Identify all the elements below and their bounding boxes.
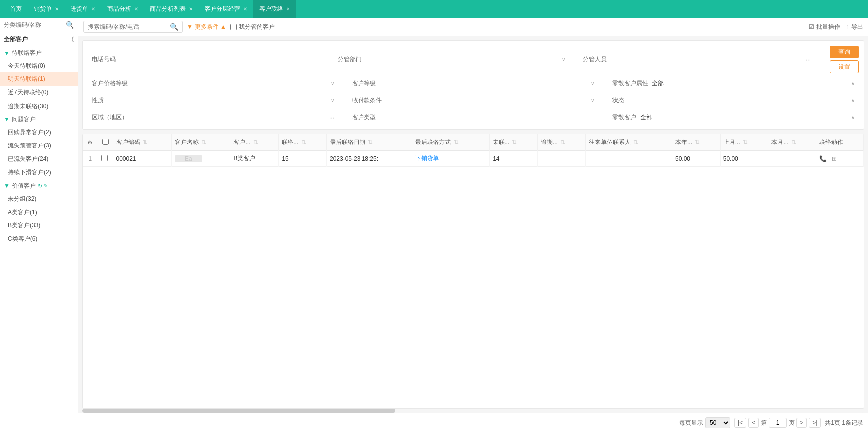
filter-row-2: 客户价格等级 ∨ 客户等级 ∨ 零散客户属性 全部 ∨ <box>88 77 859 90</box>
row-uncontacted: 14 <box>490 151 538 167</box>
sidebar-item-overdue[interactable]: 逾期未联络(30) <box>0 100 78 113</box>
prev-page-button[interactable]: < <box>748 418 759 428</box>
sidebar-item-tomorrow[interactable]: 明天待联络(1) <box>0 72 78 86</box>
pagination-bar: 每页显示 50 10 20 100 |< < 第 页 > >| 共1页 1条记录 <box>78 413 868 432</box>
sidebar-all-customers[interactable]: 全部客户 《 <box>0 32 78 47</box>
batch-op-button[interactable]: ☑ 批量操作 <box>809 23 840 31</box>
nav-customer-tier[interactable]: 客户分层经营 ✕ <box>199 0 253 18</box>
dept-dropdown-icon: ∨ <box>562 57 565 62</box>
close-customer-contact-tab[interactable]: ✕ <box>286 6 290 12</box>
table-row: 1 000021 Ea B类客户 15 2023-05-23 18:25: 下销… <box>83 151 864 167</box>
action-more-icon[interactable]: ⊞ <box>832 155 837 162</box>
content-area: 🔍 ▼ 更多条件 ▲ 我分管的客户 ☑ 批量操作 ↑ 导出 <box>78 18 868 432</box>
setting-button[interactable]: 设置 <box>830 60 859 73</box>
more-filter-button[interactable]: ▼ 更多条件 ▲ <box>187 23 226 31</box>
sidebar-item-ungrouped[interactable]: 未分组(32) <box>0 192 78 206</box>
page-size-container: 每页显示 50 10 20 100 <box>679 417 730 428</box>
search-icon[interactable]: 🔍 <box>170 23 178 31</box>
value-edit-icon[interactable]: ✎ <box>43 183 48 189</box>
row-last-method[interactable]: 下销货单 <box>412 151 490 167</box>
close-customer-tier-tab[interactable]: ✕ <box>243 6 247 12</box>
close-product-tab[interactable]: ✕ <box>134 6 138 12</box>
sidebar-section-problem[interactable]: ▼ 问题客户 <box>0 113 78 126</box>
nav-product-list[interactable]: 商品分析列表 ✕ <box>144 0 199 18</box>
nav-home[interactable]: 首页 <box>4 0 28 18</box>
main-layout: 🔍 全部客户 《 ▼ 待联络客户 今天待联络(0) 明天待联络(1) 近7天待联… <box>0 18 868 432</box>
region-more-icon[interactable]: ··· <box>329 114 334 121</box>
sidebar-section-value[interactable]: ▼ 价值客户 ↻ ✎ <box>0 180 78 192</box>
col-last-method: 最后联络方式 ⇅ <box>412 134 490 151</box>
filter-retail-customer[interactable]: 零散客户 全部 ∨ <box>608 111 859 124</box>
my-customer-checkbox[interactable]: 我分管的客户 <box>230 23 275 31</box>
close-purchase-tab[interactable]: ✕ <box>91 6 95 12</box>
sidebar-search-icon[interactable]: 🔍 <box>66 21 74 29</box>
filter-price-level[interactable]: 客户价格等级 ∨ <box>88 77 338 90</box>
my-customer-check[interactable] <box>230 24 237 30</box>
sidebar-item-7days[interactable]: 近7天待联络(0) <box>0 86 78 99</box>
last-page-button[interactable]: >| <box>809 418 821 428</box>
filter-status[interactable]: 状态 ∨ <box>608 94 859 107</box>
sidebar-item-class-c[interactable]: C类客户(6) <box>0 232 78 246</box>
row-last-month: 50.00 <box>720 151 768 167</box>
filter-customer-type[interactable]: 客户类型 <box>348 111 598 124</box>
top-nav: 首页 销货单 ✕ 进货单 ✕ 商品分析 ✕ 商品分析列表 ✕ 客户分层经营 ✕ … <box>0 0 868 18</box>
page-size-select[interactable]: 50 10 20 100 <box>705 417 730 428</box>
filter-actions: 查询 设置 <box>830 46 859 73</box>
filter-retail-attr[interactable]: 零散客户属性 全部 ∨ <box>608 77 859 90</box>
row-select-checkbox[interactable] <box>101 155 108 161</box>
row-last-date: 2023-05-23 18:25: <box>326 151 412 167</box>
horizontal-scrollbar[interactable] <box>82 409 864 413</box>
toolbar-search-container: 🔍 <box>83 21 183 33</box>
nav-purchase[interactable]: 进货单 ✕ <box>65 0 101 18</box>
retail-attr-dropdown-icon: ∨ <box>851 81 855 86</box>
row-contact-count: 15 <box>279 151 327 167</box>
select-all-checkbox[interactable] <box>102 139 109 145</box>
filter-payment[interactable]: 收付款条件 ∨ <box>348 94 598 107</box>
row-unit-contact <box>585 151 672 167</box>
nav-customer-contact[interactable]: 客户联络 ✕ <box>253 0 296 18</box>
sidebar-item-class-b[interactable]: B类客户(33) <box>0 219 78 232</box>
filter-icon: ▼ <box>187 23 193 30</box>
value-refresh-icon[interactable]: ↻ <box>38 183 42 189</box>
col-checkbox <box>98 134 113 151</box>
row-name: Ea <box>171 151 230 167</box>
table-area: ⚙ 客户编码 ⇅ 客户名称 ⇅ 客户... ⇅ 联络... ⇅ 最后联络日期 ⇅… <box>82 134 864 409</box>
filter-phone[interactable]: 电话号码 <box>88 53 324 66</box>
person-more-icon[interactable]: ··· <box>806 56 811 63</box>
sidebar-item-churned[interactable]: 已流失客户(24) <box>0 152 78 166</box>
sidebar-item-class-a[interactable]: A类客户(1) <box>0 206 78 219</box>
action-phone-icon[interactable]: 📞 <box>819 155 827 162</box>
sidebar-item-churn-warning[interactable]: 流失预警客户(3) <box>0 139 78 152</box>
sidebar-item-repurchase-anomaly[interactable]: 回购异常客户(2) <box>0 126 78 139</box>
table-header: ⚙ 客户编码 ⇅ 客户名称 ⇅ 客户... ⇅ 联络... ⇅ 最后联络日期 ⇅… <box>83 134 864 151</box>
close-product-list-tab[interactable]: ✕ <box>189 6 193 12</box>
filter-nature[interactable]: 性质 ∨ <box>88 94 338 107</box>
close-sales-tab[interactable]: ✕ <box>55 6 59 12</box>
next-page-button[interactable]: > <box>796 418 807 428</box>
sidebar-item-today[interactable]: 今天待联络(0) <box>0 59 78 72</box>
col-action: 联络动作 <box>816 134 864 151</box>
col-gear[interactable]: ⚙ <box>83 134 98 151</box>
search-input[interactable] <box>88 23 170 30</box>
col-unit-contact: 往来单位联系人 ⇅ <box>585 134 672 151</box>
filter-region[interactable]: 区域（地区） ··· <box>88 111 338 124</box>
export-button[interactable]: ↑ 导出 <box>846 23 863 31</box>
page-number-input[interactable] <box>769 418 787 428</box>
col-uncontacted: 未联... ⇅ <box>490 134 538 151</box>
first-page-button[interactable]: |< <box>734 418 746 428</box>
filter-dept[interactable]: 分管部门 ∨ <box>334 53 570 66</box>
col-type: 客户... ⇅ <box>230 134 279 151</box>
toolbar-right: ☑ 批量操作 ↑ 导出 <box>809 23 863 31</box>
status-dropdown-icon: ∨ <box>851 98 855 103</box>
sidebar-search-input[interactable] <box>4 21 66 28</box>
nav-product-analysis[interactable]: 商品分析 ✕ <box>101 0 144 18</box>
row-this-month <box>768 151 816 167</box>
customer-level-dropdown-icon: ∨ <box>591 81 594 86</box>
query-button[interactable]: 查询 <box>830 46 859 58</box>
filter-customer-level[interactable]: 客户等级 ∨ <box>348 77 598 90</box>
nav-sales[interactable]: 销货单 ✕ <box>28 0 65 18</box>
filter-person[interactable]: 分管人员 ··· <box>579 53 815 66</box>
sidebar-section-pending[interactable]: ▼ 待联络客户 <box>0 47 78 59</box>
page-nav: |< < 第 页 > >| <box>734 418 821 428</box>
sidebar-item-declining[interactable]: 持续下滑客户(2) <box>0 166 78 179</box>
